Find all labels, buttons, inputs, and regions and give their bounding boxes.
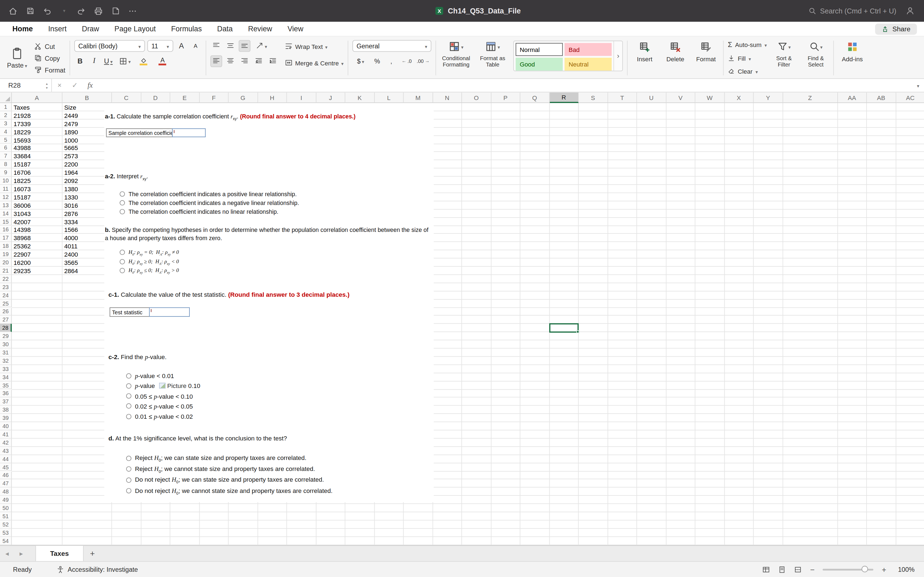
row-header-26[interactable]: 26	[0, 308, 12, 316]
enter-icon[interactable]	[67, 81, 82, 90]
column-header-R[interactable]: R	[549, 92, 578, 103]
zoom-slider[interactable]	[823, 569, 873, 570]
cell-A21[interactable]: 29235	[12, 267, 62, 275]
column-header-H[interactable]: H	[258, 92, 287, 103]
ribbon-tab-draw[interactable]: Draw	[74, 21, 107, 36]
decrease-decimal-button[interactable]: .00	[416, 55, 430, 67]
column-header-AB[interactable]: AB	[867, 92, 896, 103]
autosum-button[interactable]: ΣAuto-sum	[728, 40, 767, 50]
zoom-slider-knob[interactable]	[861, 566, 868, 572]
row-header-15[interactable]: 15	[0, 218, 12, 226]
style-chip-good[interactable]: Good	[515, 58, 563, 71]
radio-option[interactable]: H0: ρxy ≥ 0; HA: ρxy < 0	[120, 258, 179, 265]
row-header-48[interactable]: 48	[0, 488, 12, 496]
row-header-43[interactable]: 43	[0, 447, 12, 455]
test-statistic-input[interactable]	[149, 308, 190, 317]
radio-button-icon[interactable]	[120, 268, 125, 273]
radio-button-icon[interactable]	[126, 466, 131, 472]
zoom-in-button[interactable]	[882, 565, 886, 574]
row-header-5[interactable]: 5	[0, 136, 12, 144]
radio-option[interactable]: Reject H0; we cannot state size and prop…	[126, 465, 315, 473]
row-header-10[interactable]: 10	[0, 177, 12, 185]
next-sheet-icon[interactable]	[14, 546, 28, 561]
radio-option[interactable]: Do not reject H0; we can state size and …	[126, 475, 324, 484]
find-select-button[interactable]: Find & Select	[802, 40, 829, 77]
align-top-button[interactable]	[210, 40, 222, 52]
radio-button-icon[interactable]	[126, 477, 131, 482]
format-painter-button[interactable]: Format	[34, 65, 65, 75]
ribbon-tab-page-layout[interactable]: Page Layout	[107, 21, 163, 36]
align-bottom-button[interactable]	[239, 40, 250, 52]
row-header-45[interactable]: 45	[0, 463, 12, 472]
copy-button[interactable]: Copy	[34, 53, 65, 63]
column-header-K[interactable]: K	[346, 92, 375, 103]
column-header-E[interactable]: E	[170, 92, 199, 103]
row-header-52[interactable]: 52	[0, 521, 12, 529]
row-header-50[interactable]: 50	[0, 504, 12, 512]
column-header-T[interactable]: T	[608, 92, 637, 103]
row-header-1[interactable]: 1	[0, 103, 12, 111]
add-ins-button[interactable]: Add-ins	[838, 40, 866, 63]
ribbon-tab-home[interactable]: Home	[5, 21, 40, 36]
formula-input[interactable]	[98, 79, 917, 92]
row-header-38[interactable]: 38	[0, 406, 12, 414]
borders-button[interactable]	[116, 55, 133, 67]
cell-A6[interactable]: 43988	[12, 144, 62, 152]
row-header-16[interactable]: 16	[0, 226, 12, 234]
row-header-4[interactable]: 4	[0, 127, 12, 136]
save-icon[interactable]	[25, 5, 36, 16]
row-header-39[interactable]: 39	[0, 414, 12, 422]
cell-A11[interactable]: 16073	[12, 185, 62, 193]
zoom-level[interactable]: 100%	[895, 566, 915, 573]
formula-bar-expand-icon[interactable]	[917, 82, 919, 89]
column-header-A[interactable]: A	[12, 92, 62, 103]
align-middle-button[interactable]	[225, 40, 236, 52]
radio-button-icon[interactable]	[126, 404, 131, 409]
cell-A4[interactable]: 18229	[12, 127, 62, 136]
column-header-Q[interactable]: Q	[520, 92, 549, 103]
row-header-35[interactable]: 35	[0, 381, 12, 390]
font-size-select[interactable]: 11	[147, 40, 173, 52]
cell-A15[interactable]: 42007	[12, 218, 62, 226]
cell-A1[interactable]: Taxes	[12, 103, 62, 111]
column-header-Z[interactable]: Z	[783, 92, 838, 103]
column-header-D[interactable]: D	[141, 92, 170, 103]
accounting-format-button[interactable]: $	[352, 55, 369, 67]
column-header-P[interactable]: P	[491, 92, 520, 103]
style-chip-neutral[interactable]: Neutral	[565, 58, 612, 71]
style-chip-bad[interactable]: Bad	[565, 43, 612, 56]
radio-option[interactable]: The correlation coefficient indicates a …	[120, 191, 297, 197]
column-header-S[interactable]: S	[578, 92, 608, 103]
row-header-19[interactable]: 19	[0, 250, 12, 259]
row-header-25[interactable]: 25	[0, 300, 12, 308]
radio-button-icon[interactable]	[126, 488, 131, 493]
ribbon-tab-view[interactable]: View	[280, 21, 311, 36]
row-header-41[interactable]: 41	[0, 430, 12, 438]
percent-style-button[interactable]: %	[371, 55, 383, 67]
ribbon-tab-review[interactable]: Review	[240, 21, 280, 36]
column-header-AA[interactable]: AA	[838, 92, 867, 103]
styles-more-button[interactable]	[614, 41, 622, 71]
row-header-11[interactable]: 11	[0, 185, 12, 193]
prev-sheet-icon[interactable]	[0, 546, 14, 561]
shrink-font-button[interactable]: A	[190, 40, 202, 52]
grow-font-button[interactable]: A	[176, 40, 187, 52]
ribbon-tab-data[interactable]: Data	[210, 21, 240, 36]
row-header-8[interactable]: 8	[0, 160, 12, 168]
row-header-9[interactable]: 9	[0, 168, 12, 177]
user-profile-icon[interactable]	[906, 6, 915, 15]
sample-coefficient-input[interactable]	[172, 128, 206, 137]
row-header-44[interactable]: 44	[0, 455, 12, 463]
merge-centre-button[interactable]: Merge & Centre	[284, 56, 344, 69]
worksheet-grid[interactable]: a-1. Calculate the sample correlation co…	[0, 92, 924, 545]
cut-button[interactable]: Cut	[34, 41, 65, 51]
row-header-7[interactable]: 7	[0, 152, 12, 160]
bold-button[interactable]: B	[74, 55, 86, 67]
row-header-54[interactable]: 54	[0, 537, 12, 545]
cell-A5[interactable]: 15693	[12, 136, 62, 144]
cell-A10[interactable]: 18225	[12, 177, 62, 185]
clear-button[interactable]: Clear	[728, 66, 767, 77]
ribbon-tab-formulas[interactable]: Formulas	[163, 21, 209, 36]
wrap-text-button[interactable]: Wrap Text	[284, 40, 344, 53]
row-header-53[interactable]: 53	[0, 529, 12, 537]
